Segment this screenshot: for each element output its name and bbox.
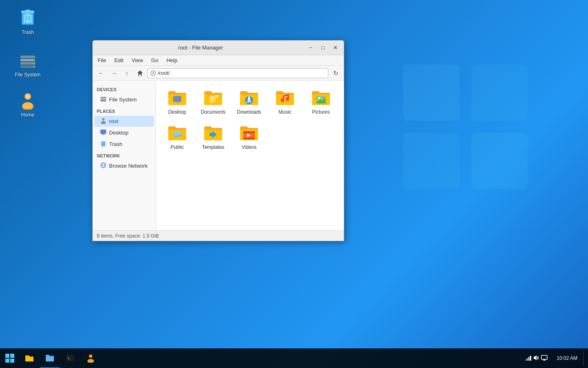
places-header: PLACES: [93, 105, 156, 115]
taskbar-icon-explorer[interactable]: [20, 348, 39, 368]
reload-button[interactable]: ↻: [330, 67, 341, 79]
address-bar[interactable]: /root/: [147, 68, 328, 78]
back-button[interactable]: ←: [95, 67, 107, 79]
svg-rect-60: [251, 131, 252, 133]
sidebar-item-desktop[interactable]: Desktop: [94, 127, 154, 138]
file-item-downloads[interactable]: Downloads: [233, 85, 265, 117]
svg-point-16: [33, 63, 35, 64]
sidebar-item-browse-network[interactable]: Browse Network: [94, 160, 154, 171]
taskbar-tray: 10:02 AM: [521, 351, 588, 366]
svg-rect-11: [20, 59, 35, 61]
trash-desktop-label: Trash: [22, 29, 34, 35]
svg-rect-3: [472, 133, 528, 189]
pictures-folder-icon: [311, 88, 331, 108]
address-path: /root/: [158, 70, 170, 76]
file-item-public[interactable]: Public: [161, 121, 194, 153]
network-tray-icon[interactable]: [525, 355, 531, 362]
music-folder-label: Music: [278, 109, 291, 115]
file-item-videos[interactable]: Videos: [233, 121, 265, 153]
forward-button[interactable]: →: [108, 67, 120, 79]
tray-icons: [521, 355, 551, 362]
svg-rect-83: [527, 358, 528, 361]
home-button[interactable]: [134, 67, 146, 79]
svg-rect-63: [246, 138, 247, 139]
up-button[interactable]: ↑: [121, 67, 133, 79]
music-folder-icon: [275, 88, 295, 108]
svg-rect-82: [525, 359, 526, 361]
maximize-button[interactable]: □: [318, 43, 328, 53]
svg-rect-42: [209, 101, 214, 102]
svg-line-9: [31, 15, 31, 23]
svg-rect-57: [243, 131, 245, 133]
file-item-music[interactable]: Music: [269, 85, 301, 117]
show-desktop-button[interactable]: [583, 351, 585, 366]
svg-point-14: [33, 56, 35, 58]
taskbar-icon-files[interactable]: [40, 348, 60, 368]
svg-point-81: [87, 359, 94, 363]
menu-edit[interactable]: Edit: [111, 56, 127, 64]
menu-file[interactable]: File: [94, 56, 109, 64]
svg-rect-2: [403, 133, 459, 189]
svg-rect-30: [101, 135, 105, 135]
sidebar: DEVICES File System PLACES root: [93, 81, 156, 230]
documents-folder-label: Documents: [201, 109, 226, 115]
svg-rect-47: [248, 96, 250, 100]
status-bar: 8 items, Free space: 1.9 GiB: [93, 230, 344, 241]
trash-desktop-icon: [18, 8, 38, 28]
public-folder-label: Public: [171, 144, 184, 150]
devices-header: DEVICES: [93, 84, 156, 94]
desktop-sidebar-icon: [100, 129, 107, 137]
svg-rect-40: [209, 98, 215, 99]
svg-rect-33: [102, 141, 105, 141]
taskbar-app-icons: $_: [20, 348, 100, 368]
taskbar-icon-terminal[interactable]: $_: [60, 348, 80, 368]
taskbar: $_: [0, 348, 588, 368]
svg-point-26: [102, 118, 105, 121]
svg-rect-58: [246, 131, 247, 133]
desktop: Trash File System: [0, 0, 588, 368]
file-item-documents[interactable]: Documents: [197, 85, 229, 117]
file-manager-window: root - File Manager − □ ✕ File Edit View…: [92, 40, 344, 241]
close-button[interactable]: ✕: [330, 43, 341, 53]
svg-rect-24: [100, 99, 106, 100]
desktop-icon-filesystem[interactable]: File System: [11, 49, 44, 79]
display-tray-icon[interactable]: [541, 355, 548, 362]
svg-rect-38: [176, 102, 179, 103]
menu-help[interactable]: Help: [163, 56, 181, 64]
videos-folder-icon: [239, 123, 259, 143]
public-folder-icon: [167, 123, 187, 143]
menu-go[interactable]: Go: [148, 56, 161, 64]
toolbar: ← → ↑ /root/ ↻: [93, 66, 344, 81]
svg-rect-84: [528, 357, 530, 361]
sidebar-item-filesystem[interactable]: File System: [94, 94, 154, 105]
sidebar-item-root[interactable]: root: [94, 116, 154, 127]
svg-rect-48: [247, 101, 252, 102]
svg-rect-1: [472, 64, 528, 121]
sidebar-item-trash[interactable]: Trash: [94, 139, 154, 150]
svg-rect-74: [25, 355, 29, 357]
start-button[interactable]: [0, 348, 20, 368]
svg-point-20: [25, 94, 30, 99]
svg-rect-66: [253, 138, 255, 139]
filesystem-desktop-label: File System: [15, 72, 41, 78]
sidebar-browse-network-label: Browse Network: [109, 163, 148, 169]
svg-rect-13: [20, 65, 35, 68]
menu-view[interactable]: View: [128, 56, 146, 64]
file-item-pictures[interactable]: Pictures: [305, 85, 337, 117]
svg-rect-77: [46, 356, 54, 357]
desktop-icon-trash[interactable]: Trash: [11, 7, 44, 37]
svg-rect-71: [10, 359, 14, 363]
svg-rect-29: [102, 134, 105, 135]
clock[interactable]: 10:02 AM: [553, 355, 581, 361]
pictures-folder-label: Pictures: [312, 109, 330, 115]
desktop-icon-home[interactable]: Home: [11, 89, 44, 119]
clock-time: 10:02 AM: [557, 355, 577, 361]
minimize-button[interactable]: −: [305, 43, 316, 53]
documents-folder-icon: [203, 88, 223, 108]
sidebar-root-label: root: [109, 118, 118, 124]
file-item-templates[interactable]: Templates: [197, 121, 229, 153]
file-item-desktop[interactable]: Desktop: [161, 85, 194, 117]
svg-rect-73: [25, 357, 33, 361]
taskbar-icon-user[interactable]: [81, 348, 100, 368]
volume-tray-icon[interactable]: [533, 355, 539, 362]
